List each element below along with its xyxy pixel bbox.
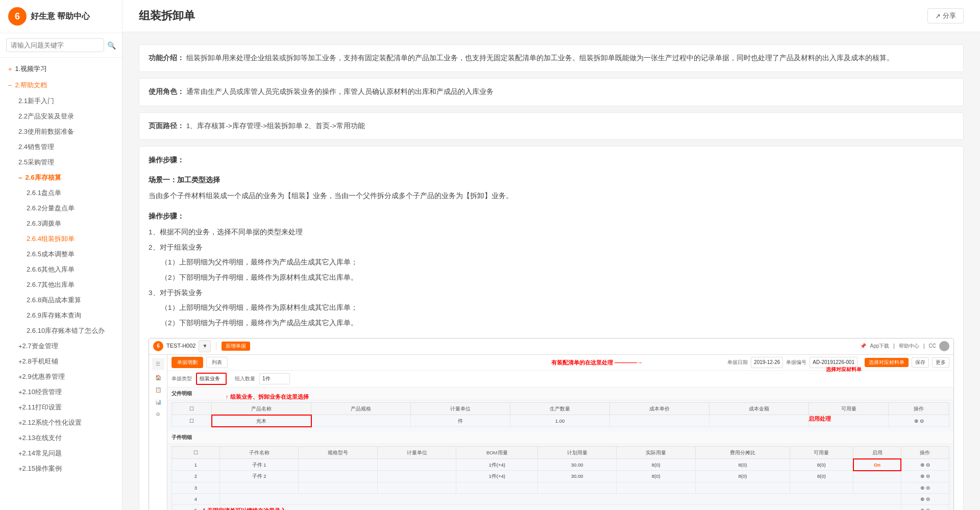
- scenario-label: 场景一：加工类型选择: [149, 174, 954, 186]
- sidebar-item-2-11[interactable]: + 2.11打印设置: [0, 400, 122, 415]
- table-row: 2 子件 2 1件(+4) 30.00 8(0) 8(0) 8(0): [172, 471, 949, 482]
- expand-icon: +: [18, 450, 22, 457]
- col-cost: 成本单价: [609, 402, 709, 415]
- mock-app-body: ☰ 🏠 📋 📊 ⚙ 单据增删 列表: [149, 355, 953, 510]
- cell-ratio1: 8(0): [696, 459, 790, 471]
- role-block: 使用角色： 通常由生产人员或库管人员完成拆装业务的操作，库管人员确认原材料的出库…: [139, 78, 964, 106]
- sidebar-item-2-4[interactable]: 2.4销售管理: [0, 139, 122, 155]
- sidebar-item-2-6[interactable]: − 2.6库存核算: [0, 170, 122, 185]
- sidebar-item-2-14[interactable]: + 2.14常见问题: [0, 446, 122, 461]
- cell-name1: 子件 1: [219, 459, 299, 471]
- col-spec-child: 规格型号: [299, 446, 378, 459]
- collapse-icon: −: [8, 82, 12, 89]
- expand-icon: +: [18, 388, 22, 396]
- sidebar-item-2-1[interactable]: 2.1新手入门: [0, 93, 122, 109]
- mock-qty-value: 1件: [259, 373, 290, 384]
- mock-new-doc-btn[interactable]: 新增单据: [222, 342, 250, 351]
- annotation-5: ↗ 无固定清单可以继续在这里录入: [200, 506, 286, 510]
- sidebar-item-2-2[interactable]: 2.2产品安装及登录: [0, 109, 122, 124]
- cell-ratio3: [696, 482, 790, 493]
- cell-spec: [311, 415, 411, 427]
- sidebar-item-2-13[interactable]: + 2.13在线支付: [0, 430, 122, 446]
- sidebar-item-2-6-10[interactable]: 2.6.10库存账本错了怎么办: [0, 323, 122, 338]
- role-text: 通常由生产人员或库管人员完成拆装业务的操作，库管人员确认原材料的出库和产成品的入…: [186, 88, 494, 95]
- sidebar-item-2-6-4[interactable]: 2.6.4组装拆卸单: [0, 231, 122, 247]
- cell-seq: 1: [172, 459, 220, 471]
- sidebar-item-2-6-5[interactable]: 2.6.5成本调整单: [0, 247, 122, 262]
- mock-nav-icon: ☰: [152, 358, 164, 370]
- share-button[interactable]: ↗ 分享: [927, 8, 964, 23]
- col-plan-qty: 计划用量: [537, 446, 617, 459]
- expand-icon: +: [8, 65, 12, 73]
- mock-tab-list[interactable]: 列表: [206, 357, 228, 368]
- sidebar-item-2-6-6[interactable]: 2.6.6其他入库单: [0, 262, 122, 277]
- search-icon[interactable]: 🔍: [107, 41, 116, 50]
- step2-1: （1）上部明细为父件明细，最终作为产成品生成其它入库单；: [149, 256, 954, 269]
- cell-unit1: [377, 459, 456, 471]
- cell-op3: ⊕ ⊖: [901, 482, 949, 493]
- sidebar-item-2-6-7[interactable]: 2.6.7其他出库单: [0, 277, 122, 293]
- cell-cost: [609, 415, 709, 427]
- col-name: 子件名称: [219, 446, 299, 459]
- cell-bom2: 1件(+4): [456, 471, 538, 482]
- main-header: 组装拆卸单 ↗ 分享: [122, 0, 980, 32]
- sidebar-item-2-10[interactable]: + 2.10经营管理: [0, 384, 122, 400]
- mock-avatar: [939, 341, 949, 351]
- mock-dropdown: ▼: [199, 340, 211, 352]
- mock-type-value: 组装业务: [196, 373, 227, 385]
- share-icon: ↗: [935, 12, 941, 20]
- cell-name: 光木: [212, 415, 311, 427]
- mock-nav-icon-5: ⚙: [156, 410, 160, 419]
- col-checkbox: ☐: [172, 402, 212, 415]
- sidebar-item-2-6-1[interactable]: 2.6.1盘点单: [0, 185, 122, 201]
- mock-date-label: 单据日期: [727, 358, 748, 367]
- mock-save-btn[interactable]: 保存: [912, 357, 929, 368]
- cell-op5: ⊕ ⊖: [901, 504, 949, 510]
- mock-more-btn[interactable]: 更多: [932, 357, 949, 368]
- annotation-4: 启用处理: [808, 414, 831, 424]
- main-content: 组装拆卸单 ↗ 分享 功能介绍： 组装拆卸单用来处理企业组装或拆卸等加工业务，支…: [122, 0, 980, 510]
- app-title: 好生意 帮助中心: [31, 11, 90, 22]
- annotation-select-material: 选择对应材料单: [826, 365, 862, 374]
- mock-tab-new[interactable]: 单据增删: [172, 357, 203, 368]
- cell-avail3: [790, 482, 853, 493]
- cell-seq: 2: [172, 471, 220, 482]
- col-checkbox: ☐: [172, 446, 220, 459]
- col-act-qty: 实际用量: [617, 446, 696, 459]
- col-total: 成本金额: [709, 402, 808, 415]
- sidebar-item-2-6-9[interactable]: 2.6.9库存账本查询: [0, 308, 122, 323]
- col-spec: 产品规格: [311, 402, 411, 415]
- app-logo: 6: [8, 7, 27, 26]
- step3-2: （2）下部明细为子件明细，最终作为产成品生成其它入库单。: [149, 317, 954, 330]
- col-op2: 操作: [901, 446, 949, 459]
- sidebar-item-2-8[interactable]: + 2.8手机旺铺: [0, 354, 122, 369]
- mock-select-material-btn[interactable]: 选择对应材料单: [865, 358, 909, 367]
- sidebar-item-2-3[interactable]: 2.3使用前数据准备: [0, 124, 122, 139]
- search-input[interactable]: [6, 38, 104, 52]
- sidebar-item-2-5[interactable]: 2.5采购管理: [0, 155, 122, 170]
- col-unit: 计量单位: [411, 402, 510, 415]
- sidebar-item-video[interactable]: + 1.视频学习: [0, 61, 122, 77]
- sidebar-item-2-6-3[interactable]: 2.6.3调拨单: [0, 216, 122, 231]
- mock-logo: 6: [153, 341, 163, 351]
- sidebar-item-2-7[interactable]: + 2.7资金管理: [0, 338, 122, 354]
- mock-qty-label: 组入数量: [235, 374, 255, 383]
- sidebar-item-2-6-8[interactable]: 2.6.8商品成本重算: [0, 293, 122, 308]
- cell-spec2: [299, 471, 378, 482]
- expand-icon: +: [18, 434, 22, 442]
- cell-op2: ⊕ ⊖: [901, 471, 949, 482]
- sidebar-item-2-9[interactable]: + 2.9优惠券管理: [0, 369, 122, 384]
- minus-icon: −: [18, 174, 22, 182]
- sidebar-item-help-docs[interactable]: − 2.帮助文档: [0, 77, 122, 93]
- step2: 2、对于组装业务: [149, 241, 954, 254]
- sidebar-item-2-12[interactable]: + 2.12系统个性化设置: [0, 415, 122, 430]
- sidebar-item-2-6-2[interactable]: 2.6.2分量盘点单: [0, 201, 122, 216]
- cell-unit2: [377, 471, 456, 482]
- mock-icons: 📌App下载|帮助中心|CC: [860, 342, 936, 351]
- sidebar-item-2-15[interactable]: + 2.15操作案例: [0, 461, 122, 476]
- cell-seq: 4: [172, 493, 220, 504]
- mock-date-value: 2019-12-26: [751, 357, 783, 368]
- expand-icon: +: [18, 373, 22, 381]
- screenshot-area: 6 TEST-H002 ▼ 新增单据 📌App下载|帮助中心|CC: [149, 338, 954, 510]
- step1: 1、根据不同的业务，选择不同单据的类型来处理: [149, 226, 954, 239]
